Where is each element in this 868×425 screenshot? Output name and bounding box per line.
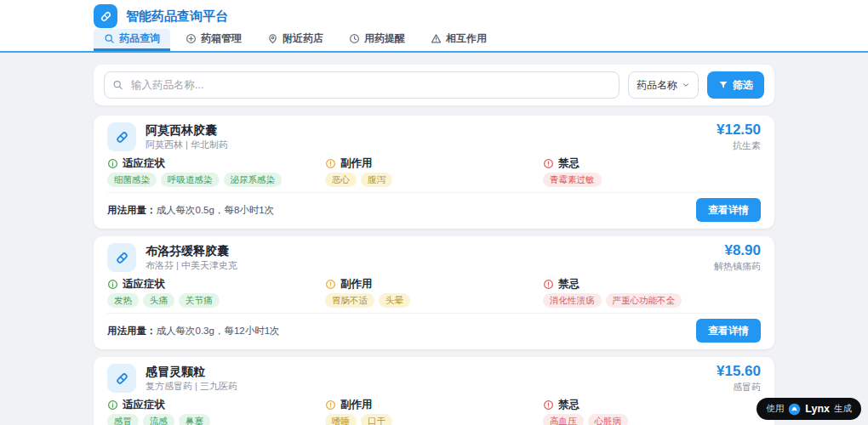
alert-circle-icon [325, 158, 336, 169]
side-effects-section: 副作用 嗜睡口干 [325, 398, 543, 425]
filter-button-label: 筛选 [733, 78, 753, 93]
tag: 口干 [361, 414, 392, 425]
tag: 严重心功能不全 [606, 293, 682, 308]
side-effects-label: 副作用 [340, 156, 373, 171]
tag: 腹泻 [361, 173, 392, 187]
drug-subtitle: 阿莫西林 | 华北制药 [146, 139, 228, 150]
drug-card-footer: 用法用量：成人每次0.5g，每8小时1次 查看详情 [107, 192, 761, 229]
side-effects-section: 副作用 恶心腹泻 [325, 156, 543, 187]
search-icon [112, 80, 123, 91]
side-effects-section: 副作用 胃肠不适头晕 [325, 277, 543, 308]
indications-label: 适应症状 [123, 398, 165, 412]
tab-label: 药品查询 [119, 31, 160, 46]
tag: 心脏病 [588, 414, 629, 425]
tag: 青霉素过敏 [543, 173, 602, 187]
drug-pill-icon [107, 243, 136, 272]
view-details-button[interactable]: 查看详情 [696, 319, 761, 343]
drug-pill-icon [107, 364, 136, 393]
chevron-down-icon [682, 81, 690, 89]
drug-card-footer: 用法用量：成人每次0.3g，每12小时1次 查看详情 [107, 313, 761, 349]
contraindications-section: 禁忌 消化性溃疡严重心功能不全 [543, 277, 761, 308]
drug-name: 阿莫西林胶囊 [146, 123, 228, 138]
info-circle-icon [107, 400, 118, 411]
contraindications-label: 禁忌 [558, 156, 580, 171]
alert-circle-icon [325, 279, 336, 290]
search-icon [104, 33, 115, 44]
clock-icon [349, 33, 360, 44]
badge-suffix: 生成 [834, 403, 852, 415]
drug-card: 布洛芬缓释胶囊 布洛芬 | 中美天津史克 ¥8.90 解热镇痛药 适应症状 发热… [94, 236, 774, 349]
alert-circle-icon [325, 400, 336, 411]
drug-subtitle: 布洛芬 | 中美天津史克 [146, 260, 237, 271]
search-box [104, 71, 620, 99]
drug-card-header: 布洛芬缓释胶囊 布洛芬 | 中美天津史克 ¥8.90 解热镇痛药 [107, 243, 761, 273]
tab-drug-search[interactable]: 药品查询 [94, 29, 170, 51]
tag: 细菌感染 [107, 173, 157, 187]
tab-medication-reminder[interactable]: 用药提醒 [339, 29, 415, 51]
contraindications-section: 禁忌 高血压心脏病 [543, 398, 761, 425]
search-bar-card: 药品名称 筛选 [94, 65, 774, 105]
contraindications-section: 禁忌 青霉素过敏 [543, 156, 761, 187]
drug-name: 布洛芬缓释胶囊 [146, 244, 237, 258]
capsule-icon [99, 9, 113, 24]
drug-price: ¥12.50 [717, 122, 761, 138]
side-effect-tags: 嗜睡口干 [325, 414, 543, 425]
indications-section: 适应症状 感冒流感鼻塞 [107, 398, 325, 425]
tag: 感冒 [107, 414, 139, 425]
drug-price: ¥15.60 [717, 364, 761, 379]
side-effect-tags: 胃肠不适头晕 [325, 293, 543, 308]
contraindication-tags: 青霉素过敏 [543, 173, 761, 187]
contraindications-label: 禁忌 [558, 277, 580, 292]
filter-button[interactable]: 筛选 [707, 71, 764, 99]
tag: 嗜睡 [325, 414, 357, 425]
tab-medicine-box[interactable]: 药箱管理 [175, 29, 252, 51]
tab-label: 附近药店 [283, 31, 323, 46]
drug-card-list: 阿莫西林胶囊 阿莫西林 | 华北制药 ¥12.50 抗生素 适应症状 细菌感染呼… [94, 116, 774, 425]
forbidden-circle-icon [543, 279, 554, 290]
drug-info-sections: 适应症状 感冒流感鼻塞 副作用 嗜睡口干 禁忌 高血压心脏病 [107, 398, 761, 425]
info-circle-icon [107, 279, 118, 290]
dosage-text: 用法用量：成人每次0.3g，每12小时1次 [107, 325, 280, 337]
tag: 鼻塞 [179, 414, 210, 425]
drug-card: 感冒灵颗粒 复方感冒药 | 三九医药 ¥15.60 感冒药 适应症状 感冒流感鼻… [94, 357, 774, 425]
tag: 胃肠不适 [325, 293, 374, 308]
drug-card: 阿莫西林胶囊 阿莫西林 | 华北制药 ¥12.50 抗生素 适应症状 细菌感染呼… [94, 116, 774, 229]
app-title: 智能药品查询平台 [126, 8, 228, 25]
drug-name: 感冒灵颗粒 [146, 365, 237, 379]
tag: 关节痛 [179, 293, 220, 308]
lynx-watermark-badge[interactable]: 使用 Lynx 生成 [757, 398, 861, 420]
dosage-text: 用法用量：成人每次0.5g，每8小时1次 [107, 204, 274, 217]
forbidden-circle-icon [543, 158, 554, 169]
app-logo [94, 4, 117, 28]
drug-category: 抗生素 [717, 139, 761, 152]
drug-price: ¥8.90 [714, 243, 761, 258]
side-effects-label: 副作用 [340, 398, 373, 412]
drug-card-header: 感冒灵颗粒 复方感冒药 | 三九医药 ¥15.60 感冒药 [107, 364, 761, 394]
location-pin-icon [267, 33, 278, 44]
header-top: 智能药品查询平台 [0, 0, 868, 28]
dosage-value: 成人每次0.3g，每12小时1次 [157, 326, 280, 336]
search-input[interactable] [104, 71, 620, 99]
contraindication-tags: 消化性溃疡严重心功能不全 [543, 293, 761, 308]
info-circle-icon [107, 158, 118, 169]
side-effect-tags: 恶心腹泻 [325, 173, 543, 187]
tab-interactions[interactable]: 相互作用 [420, 29, 497, 51]
warning-triangle-icon [431, 33, 442, 44]
indications-section: 适应症状 细菌感染呼吸道感染泌尿系感染 [107, 156, 325, 187]
badge-brand: Lynx [805, 403, 830, 415]
dosage-value: 成人每次0.5g，每8小时1次 [157, 205, 275, 215]
indication-tags: 细菌感染呼吸道感染泌尿系感染 [107, 173, 325, 187]
dosage-label: 用法用量： [107, 326, 157, 336]
dosage-label: 用法用量： [107, 205, 157, 215]
indications-label: 适应症状 [123, 277, 165, 292]
tag: 泌尿系感染 [224, 173, 283, 187]
drug-info-sections: 适应症状 细菌感染呼吸道感染泌尿系感染 副作用 恶心腹泻 禁忌 青霉素过敏 [107, 156, 761, 187]
filter-type-select[interactable]: 药品名称 [628, 71, 699, 99]
tab-label: 用药提醒 [364, 31, 405, 46]
view-details-button[interactable]: 查看详情 [696, 198, 761, 222]
tab-nearby-pharmacy[interactable]: 附近药店 [257, 29, 334, 51]
contraindications-label: 禁忌 [558, 398, 580, 412]
forbidden-circle-icon [543, 400, 554, 411]
contraindication-tags: 高血压心脏病 [543, 414, 761, 425]
nav-tabs: 药品查询药箱管理附近药店用药提醒相互作用 [0, 29, 868, 51]
